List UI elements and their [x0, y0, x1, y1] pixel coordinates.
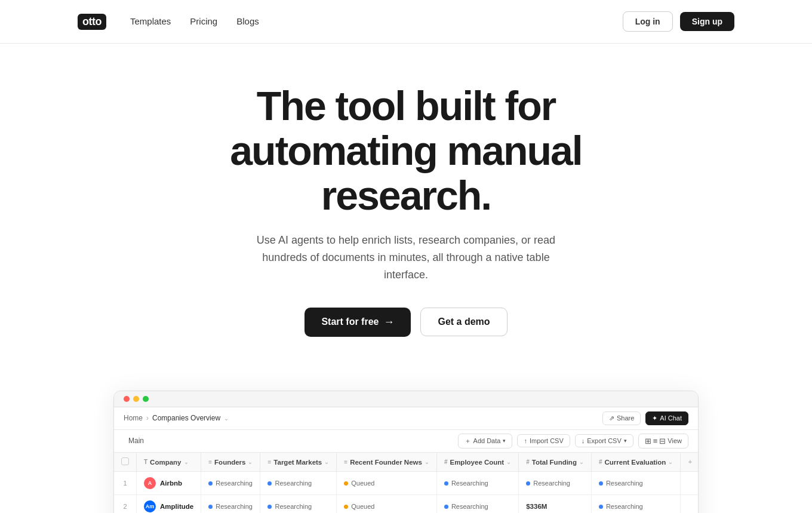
company-logo: A: [144, 477, 156, 489]
company-logo: Am: [144, 500, 156, 512]
status-text: Researching: [275, 503, 312, 510]
status-indicator: [267, 481, 272, 486]
table-toolbar: Main ＋ Add Data ▾ ↑ Import CSV ↓ Export …: [114, 430, 698, 453]
tab-main[interactable]: Main: [124, 435, 149, 447]
breadcrumb-separator: ›: [146, 414, 149, 422]
plus-icon: ＋: [465, 437, 471, 446]
employee-count-cell: Researching: [436, 471, 518, 494]
import-csv-button[interactable]: ↑ Import CSV: [517, 434, 570, 447]
hero-headline: The tool built for automating manual res…: [167, 84, 645, 217]
status-text: Queued: [351, 480, 374, 487]
minimize-dot: [133, 396, 139, 402]
list-icon2: ≡: [267, 459, 271, 465]
ai-icon: ✦: [652, 414, 657, 422]
data-table: T Company ⌄ ≡ Founders ⌄: [114, 453, 698, 513]
th-checkbox: [114, 453, 137, 472]
ai-chat-button[interactable]: ✦ AI Chat: [645, 411, 688, 425]
export-icon: ↓: [582, 437, 585, 444]
status-indicator: [208, 505, 213, 509]
share-button[interactable]: ⇗ Share: [602, 411, 641, 425]
company-name: Airbnb: [160, 480, 182, 487]
hash-icon2: #: [526, 459, 530, 465]
th-founders: ≡ Founders ⌄: [201, 453, 260, 472]
status-text: Researching: [451, 480, 488, 487]
status-text: Queued: [351, 503, 374, 510]
hash-icon3: #: [599, 459, 602, 465]
th-add-column[interactable]: +: [681, 453, 698, 472]
th-sort-icon4[interactable]: ⌄: [425, 459, 429, 465]
preview-window: Home › Companies Overview ⌄ ⇗ Share ✦ AI…: [113, 391, 699, 513]
breadcrumb-home[interactable]: Home: [124, 414, 143, 422]
total-funding-cell: $336M: [519, 494, 592, 513]
status-text: Researching: [451, 503, 488, 510]
list-icon: ≡: [653, 437, 658, 446]
add-col-cell: [681, 471, 698, 494]
list-icon3: ≡: [344, 459, 347, 465]
nav-blogs[interactable]: Blogs: [236, 16, 259, 26]
status-indicator: [444, 505, 448, 509]
start-free-button[interactable]: Start for free →: [304, 308, 411, 337]
row-number: 1: [114, 471, 137, 494]
hero-section: The tool built for automating manual res…: [0, 0, 812, 373]
table-row: 1 A Airbnb Researching Researching Queue…: [114, 471, 698, 494]
founder-news-cell: Queued: [337, 471, 437, 494]
status-text: Researching: [606, 480, 643, 487]
list-icon: ≡: [208, 459, 212, 465]
status-text: Researching: [216, 503, 253, 510]
table-row: 2 Am Amplitude Researching Researching Q…: [114, 494, 698, 513]
export-chevron-icon: ▾: [624, 438, 627, 444]
header-checkbox[interactable]: [121, 457, 129, 465]
get-demo-button[interactable]: Get a demo: [420, 308, 507, 336]
status-text: Researching: [533, 480, 570, 487]
preview-section: Home › Companies Overview ⌄ ⇗ Share ✦ AI…: [0, 391, 812, 513]
employee-count-cell: Researching: [436, 494, 518, 513]
add-data-button[interactable]: ＋ Add Data ▾: [458, 434, 513, 449]
status-text: Researching: [275, 480, 312, 487]
status-indicator: [344, 481, 348, 486]
company-cell[interactable]: A Airbnb: [137, 471, 201, 494]
kanban-icon: ⊟: [659, 437, 666, 446]
founders-cell: Researching: [201, 471, 260, 494]
target-markets-cell: Researching: [260, 494, 337, 513]
company-cell[interactable]: Am Amplitude: [137, 494, 201, 513]
target-markets-cell: Researching: [260, 471, 337, 494]
nav-templates[interactable]: Templates: [130, 16, 171, 26]
status-indicator: [208, 481, 213, 486]
th-employee-count: # Employee Count ⌄: [436, 453, 518, 472]
hash-icon: #: [444, 459, 448, 465]
th-sort-icon7[interactable]: ⌄: [668, 459, 673, 465]
founder-news-cell: Queued: [337, 494, 437, 513]
text-icon: T: [144, 459, 147, 465]
breadcrumb-current: Companies Overview: [152, 414, 220, 422]
row-number: 2: [114, 494, 137, 513]
th-founder-news: ≡ Recent Founder News ⌄: [337, 453, 437, 472]
funding-value: $336M: [526, 503, 547, 510]
close-dot: [124, 396, 130, 402]
th-sort-icon3[interactable]: ⌄: [324, 459, 329, 465]
grid-icon: ⊞: [645, 437, 651, 446]
login-button[interactable]: Log in: [623, 11, 673, 32]
logo[interactable]: otto: [78, 13, 106, 30]
status-indicator: [526, 481, 530, 486]
th-company: T Company ⌄: [137, 453, 201, 472]
import-icon: ↑: [524, 437, 527, 444]
status-indicator: [267, 505, 272, 509]
th-sort-icon[interactable]: ⌄: [184, 459, 189, 465]
breadcrumb-dropdown-icon[interactable]: ⌄: [224, 415, 229, 422]
status-indicator: [444, 481, 448, 486]
nav-pricing[interactable]: Pricing: [190, 16, 217, 26]
add-col-cell: [681, 494, 698, 513]
view-options-button[interactable]: ⊞ ≡ ⊟ View: [638, 434, 688, 449]
signup-button[interactable]: Sign up: [680, 12, 734, 31]
export-csv-button[interactable]: ↓ Export CSV ▾: [575, 434, 633, 447]
th-sort-icon2[interactable]: ⌄: [248, 459, 253, 465]
total-funding-cell: Researching: [519, 471, 592, 494]
table-header-row: T Company ⌄ ≡ Founders ⌄: [114, 453, 698, 472]
th-sort-icon6[interactable]: ⌄: [579, 459, 584, 465]
th-current-evaluation: # Current Evaluation ⌄: [591, 453, 680, 472]
hero-subtext: Use AI agents to help enrich lists, rese…: [239, 232, 573, 283]
status-text: Researching: [606, 503, 643, 510]
current-evaluation-cell: Researching: [591, 494, 680, 513]
chevron-icon: ▾: [503, 438, 506, 444]
th-sort-icon5[interactable]: ⌄: [506, 459, 511, 465]
